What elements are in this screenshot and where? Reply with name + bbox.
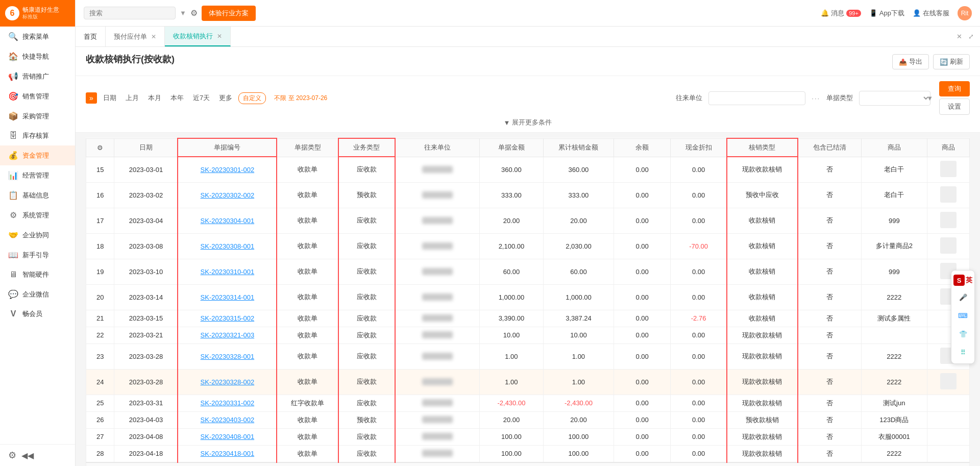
cell-date: 2023-04-08 xyxy=(114,428,178,445)
cell-doc-no[interactable]: SK-20230301-002 xyxy=(178,157,277,182)
cell-doc-no[interactable]: SK-20230328-002 xyxy=(178,369,277,395)
cell-sn: 19 xyxy=(86,259,114,284)
solution-button[interactable]: 体验行业方案 xyxy=(202,6,256,21)
chevron-down-icon: ▼ xyxy=(504,119,510,127)
tab-home[interactable]: 首页 xyxy=(76,27,106,46)
cell-include-settled: 否 xyxy=(798,369,862,395)
cell-doc-no[interactable]: SK-20230314-001 xyxy=(178,284,277,310)
cell-product-img xyxy=(927,182,969,208)
collapse-icon[interactable]: ◀◀ xyxy=(21,451,34,460)
cell-product-img xyxy=(927,233,969,259)
sidebar-item-quicknav[interactable]: 🏠 快捷导航 xyxy=(0,46,75,66)
avatar[interactable]: Rit xyxy=(958,6,972,20)
microphone-button[interactable]: 🎤 xyxy=(956,290,970,304)
cell-biz-type: 预收款 xyxy=(338,182,395,208)
sidebar-item-sales[interactable]: 🎯 销售管理 xyxy=(0,86,75,106)
keyboard-icon: ⌨ xyxy=(958,312,968,320)
cell-doc-no[interactable]: SK-20230315-002 xyxy=(178,310,277,327)
search-icon: 🔍 xyxy=(8,32,18,41)
cell-product: 测试jun xyxy=(861,395,927,411)
tab-close-cancel-execution[interactable]: ✕ xyxy=(217,33,222,40)
filter-toggle-button[interactable]: » xyxy=(86,92,97,104)
this-year-button[interactable]: 本年 xyxy=(167,92,187,104)
sougou-brand[interactable]: S 英 xyxy=(953,275,972,286)
cell-cum-cancel: 100.00 xyxy=(543,445,614,462)
cell-doc-no[interactable]: SK-20230328-001 xyxy=(178,344,277,369)
query-button[interactable]: 查询 xyxy=(939,81,970,96)
sidebar-item-hardware[interactable]: 🖥 智能硬件 xyxy=(0,265,75,284)
sidebar-item-marketing[interactable]: 📢 营销推广 xyxy=(0,66,75,86)
last-7-days-button[interactable]: 近7天 xyxy=(190,92,213,104)
sidebar-item-inventory[interactable]: 🗄 库存核算 xyxy=(0,126,75,145)
settings-icon[interactable]: ⚙ xyxy=(8,450,16,461)
cell-doc-no[interactable]: SK-20230408-001 xyxy=(178,428,277,445)
cell-partner: xxxxxxxx xyxy=(395,208,480,233)
cell-partner: xxxxxxxx xyxy=(395,369,480,395)
table-container[interactable]: ⚙ 日期 单据编号 单据类型 业务类型 往来单位 单据金额 累计核销金额 余额 … xyxy=(76,133,980,466)
tab-close-prepayment[interactable]: ✕ xyxy=(151,33,156,40)
cell-balance: 0.00 xyxy=(614,445,671,462)
cell-doc-no[interactable]: SK-20230308-001 xyxy=(178,233,277,259)
sidebar-item-purchase[interactable]: 📦 采购管理 xyxy=(0,106,75,126)
sidebar-item-enterprise[interactable]: 🤝 企业协同 xyxy=(0,225,75,245)
cell-cum-cancel: 60.00 xyxy=(543,259,614,284)
cell-doc-no[interactable]: SK-20230302-002 xyxy=(178,182,277,208)
cell-partner: xxxxxxxx xyxy=(395,344,480,369)
expand-more-button[interactable]: ▼ 展开更多条件 xyxy=(504,118,552,127)
sidebar-item-system[interactable]: ⚙ 系统管理 xyxy=(0,205,75,225)
prepayment-tab-label: 预付应付单 xyxy=(114,32,147,41)
sidebar-item-finance[interactable]: 💰 资金管理 xyxy=(0,145,75,165)
sidebar-item-weixin[interactable]: 💬 企业微信 xyxy=(0,284,75,304)
partner-input[interactable] xyxy=(708,91,805,105)
table-gear-icon[interactable]: ⚙ xyxy=(97,144,103,152)
sidebar-item-member[interactable]: V 畅会员 xyxy=(0,304,75,324)
doc-type-select[interactable] xyxy=(859,91,930,106)
cell-doc-no[interactable]: SK-20230321-003 xyxy=(178,327,277,344)
cell-partner: xxxxxxxx xyxy=(395,395,480,411)
filter-settings-button[interactable]: 设置 xyxy=(939,99,970,115)
tab-cancel-execution[interactable]: 收款核销执行 ✕ xyxy=(165,27,231,46)
cell-product: 2222 xyxy=(861,369,927,395)
topbar-right: 🔔 消息 99+ 📱 App下载 👤 在线客服 Rit xyxy=(821,6,972,20)
close-tab-icon[interactable]: ✕ xyxy=(957,33,962,40)
cell-doc-no[interactable]: SK-20230403-002 xyxy=(178,411,277,428)
table-row: 27 2023-04-08 SK-20230408-001 收款单 应收款 xx… xyxy=(86,428,970,445)
sidebar: 6 畅康道好生意 标推版 🔍 搜索菜单 🏠 快捷导航 📢 营销推广 🎯 销售管理… xyxy=(0,0,76,466)
cell-date: 2023-03-28 xyxy=(114,344,178,369)
cell-doc-no[interactable]: SK-20230304-001 xyxy=(178,208,277,233)
cell-partner: xxxxxxxx xyxy=(395,284,480,310)
cell-doc-no[interactable]: SK-20230310-001 xyxy=(178,259,277,284)
col-header-biz-type: 业务类型 xyxy=(338,138,395,157)
sidebar-item-basic-info[interactable]: 📋 基础信息 xyxy=(0,185,75,205)
cell-doc-no[interactable]: SK-20230418-001 xyxy=(178,445,277,462)
col-header-gear[interactable]: ⚙ xyxy=(86,138,114,157)
topbar-search-input[interactable] xyxy=(84,7,176,19)
sidebar-item-operations[interactable]: 📊 经营管理 xyxy=(0,165,75,185)
cell-sn: 17 xyxy=(86,208,114,233)
expand-tab-icon[interactable]: ⤢ xyxy=(968,33,974,40)
topbar-gear-icon[interactable]: ⚙ xyxy=(190,8,198,18)
refresh-button[interactable]: 🔄 刷新 xyxy=(933,54,970,69)
table-row: 26 2023-04-03 SK-20230403-002 收款单 预收款 xx… xyxy=(86,411,970,428)
more-date-button[interactable]: 更多 xyxy=(216,92,235,104)
apps-button[interactable]: ⠿ xyxy=(956,345,970,359)
sidebar-item-search[interactable]: 🔍 搜索菜单 xyxy=(0,27,75,46)
col-header-cancel-type: 核销类型 xyxy=(727,138,797,157)
cell-cancel-type: 现款收款核销 xyxy=(727,157,797,182)
app-download-button[interactable]: 📱 App下载 xyxy=(869,9,904,18)
last-month-button[interactable]: 上月 xyxy=(122,92,142,104)
shirt-button[interactable]: 👕 xyxy=(956,327,970,341)
tab-prepayment[interactable]: 预付应付单 ✕ xyxy=(106,27,165,46)
table-row: 24 2023-03-28 SK-20230328-002 收款单 应收款 xx… xyxy=(86,369,970,395)
cell-cum-cancel: 333.00 xyxy=(543,182,614,208)
notification-button[interactable]: 🔔 消息 99+ xyxy=(821,9,861,18)
keyboard-button[interactable]: ⌨ xyxy=(956,308,970,323)
sidebar-item-guide[interactable]: 📖 新手引导 xyxy=(0,245,75,265)
custom-date-button[interactable]: 自定义 xyxy=(238,92,266,104)
cell-sn: 16 xyxy=(86,182,114,208)
cell-doc-no[interactable]: SK-20230331-002 xyxy=(178,395,277,411)
export-button[interactable]: 📤 导出 xyxy=(892,54,929,69)
this-month-button[interactable]: 本月 xyxy=(145,92,164,104)
online-service-button[interactable]: 👤 在线客服 xyxy=(913,9,949,18)
inventory-icon: 🗄 xyxy=(8,131,18,140)
